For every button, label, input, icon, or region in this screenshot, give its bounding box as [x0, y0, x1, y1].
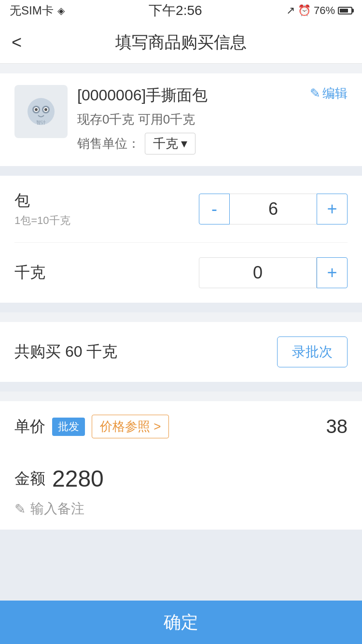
battery-icon: [338, 7, 352, 14]
amount-label: 金额: [14, 468, 45, 490]
svg-point-6: [44, 108, 47, 111]
package-quantity-input[interactable]: [230, 194, 317, 224]
product-stock: 现存0千克 可用0千克: [77, 111, 348, 128]
kg-label-text: 千克: [14, 262, 45, 283]
kg-row: 千克 +: [14, 243, 348, 303]
section-divider-1: [0, 166, 362, 176]
page-title: 填写商品购买信息: [115, 31, 247, 54]
pencil-icon: ✎: [14, 501, 26, 517]
status-right: ↗ ⏰ 76%: [286, 4, 352, 17]
wifi-icon: ◈: [57, 5, 65, 16]
kg-plus-button[interactable]: +: [317, 257, 348, 288]
price-label: 单价: [14, 416, 45, 437]
product-name: [0000006]手撕面包: [77, 85, 208, 106]
amount-value: 2280: [52, 465, 104, 492]
record-batch-button[interactable]: 录批次: [277, 336, 348, 367]
product-info: [0000006]手撕面包 ✎ 编辑 现存0千克 可用0千克 销售单位： 千克 …: [77, 85, 348, 154]
total-text: 共购买 60 千克: [14, 341, 117, 363]
price-tag: 批发: [52, 418, 85, 436]
kg-quantity-control: +: [199, 257, 348, 288]
note-row[interactable]: ✎ 输入备注: [14, 500, 348, 518]
chevron-down-icon: ▾: [181, 136, 187, 151]
edit-button[interactable]: ✎ 编辑: [310, 85, 348, 102]
kg-label: 千克: [14, 262, 45, 283]
svg-point-5: [35, 108, 38, 111]
status-left: 无SIM卡 ◈: [10, 3, 65, 18]
package-row: 包 1包=10千克 - +: [14, 176, 348, 243]
product-logo: 智计: [27, 97, 56, 126]
unit-value: 千克: [153, 135, 178, 152]
input-section: 包 1包=10千克 - + 千克 +: [0, 176, 362, 303]
package-sublabel: 1包=10千克: [14, 213, 70, 228]
price-section: 单价 批发 价格参照 > 38: [0, 401, 362, 452]
unit-select[interactable]: 千克 ▾: [145, 133, 195, 154]
amount-section: 金额 2280 ✎ 输入备注: [0, 452, 362, 530]
package-plus-button[interactable]: +: [317, 194, 348, 224]
note-label: 输入备注: [30, 500, 84, 518]
location-icon: ↗: [286, 4, 295, 17]
price-row: 单价 批发 价格参照 > 38: [14, 401, 348, 452]
status-bar: 无SIM卡 ◈ 下午2:56 ↗ ⏰ 76%: [0, 0, 362, 21]
unit-label: 销售单位：: [77, 135, 140, 152]
package-minus-button[interactable]: -: [199, 194, 230, 224]
kg-quantity-input[interactable]: [199, 257, 317, 288]
back-button[interactable]: <: [12, 32, 22, 53]
edit-label: 编辑: [322, 85, 348, 102]
package-label: 包 1包=10千克: [14, 190, 70, 228]
price-value: 38: [326, 416, 348, 437]
alarm-icon: ⏰: [298, 4, 311, 17]
product-image: 智计: [14, 85, 68, 138]
battery-percentage: 76%: [314, 4, 335, 17]
time-display: 下午2:56: [149, 1, 202, 20]
price-ref-button[interactable]: 价格参照 >: [92, 415, 169, 438]
nav-bar: < 填写商品购买信息: [0, 21, 362, 64]
edit-icon: ✎: [310, 86, 320, 101]
package-label-text: 包: [14, 190, 70, 211]
confirm-button[interactable]: 确定: [0, 601, 362, 644]
section-divider-3: [0, 382, 362, 392]
product-header: [0000006]手撕面包 ✎ 编辑: [77, 85, 348, 111]
product-unit: 销售单位： 千克 ▾: [77, 133, 348, 154]
package-quantity-control: - +: [199, 194, 348, 224]
carrier-text: 无SIM卡: [10, 3, 54, 18]
svg-text:智计: 智计: [36, 120, 46, 125]
total-section: 共购买 60 千克 录批次: [0, 322, 362, 382]
section-divider-2: [0, 303, 362, 312]
product-card: 智计 [0000006]手撕面包 ✎ 编辑 现存0千克 可用0千克 销售单位： …: [0, 73, 362, 166]
amount-row: 金额 2280: [14, 465, 348, 492]
